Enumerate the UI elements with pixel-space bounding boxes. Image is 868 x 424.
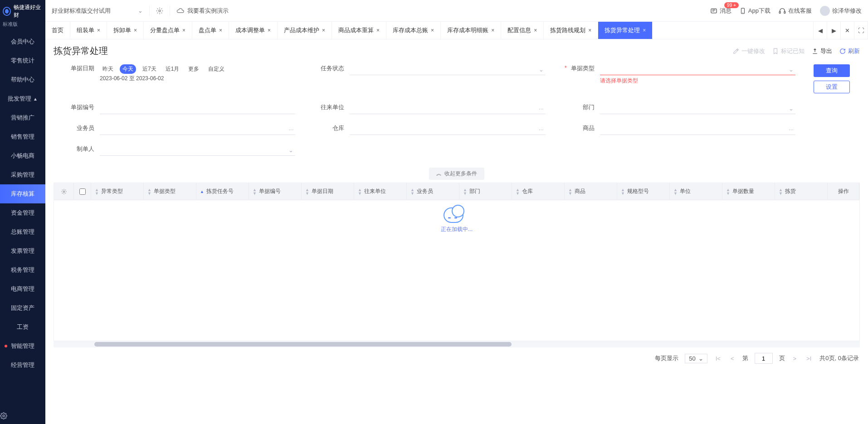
tab[interactable]: 拣货路线规划× xyxy=(544,22,598,39)
last-page-button[interactable]: >I xyxy=(805,355,813,362)
date-chip[interactable]: 自定义 xyxy=(205,64,227,74)
table-header[interactable]: ▲▼拣货 xyxy=(775,183,828,200)
tabs-close-all[interactable]: ✕ xyxy=(841,22,854,39)
creator-select[interactable]: ⌄ xyxy=(100,145,295,156)
close-icon[interactable]: × xyxy=(268,27,271,34)
partner-input[interactable]: ··· xyxy=(350,103,545,114)
support-link[interactable]: 在线客服 xyxy=(779,7,812,15)
tab[interactable]: 拆卸单× xyxy=(107,22,144,39)
user-menu[interactable]: 徐泽华修改 xyxy=(820,6,862,16)
goods-input[interactable]: ··· xyxy=(600,124,795,135)
table-header[interactable]: ▲▼单据日期 xyxy=(302,183,354,200)
tab[interactable]: 首页 xyxy=(45,22,70,39)
tab[interactable]: 配置信息× xyxy=(501,22,544,39)
prev-page-button[interactable]: < xyxy=(729,355,736,362)
date-chip[interactable]: 昨天 xyxy=(100,64,116,74)
sidebar-settings[interactable] xyxy=(0,408,45,424)
table-header[interactable]: ▲▼单据编号 xyxy=(249,183,302,200)
tab[interactable]: 成本调整单× xyxy=(229,22,278,39)
sidebar-item[interactable]: 发票管理 xyxy=(0,241,45,260)
tab[interactable]: 库存成本总账× xyxy=(386,22,441,39)
first-page-button[interactable]: I< xyxy=(714,355,722,362)
warehouse-input[interactable]: ··· xyxy=(350,124,545,135)
sidebar-item[interactable]: 帮助中心 xyxy=(0,70,45,89)
demo-link[interactable]: 我要看实例演示 xyxy=(176,7,229,15)
table-header[interactable]: ▲▼单位 xyxy=(670,183,722,200)
settings-icon[interactable] xyxy=(156,7,163,14)
settings-button[interactable]: 设置 xyxy=(814,81,850,93)
page-size-select[interactable]: 50 ⌄ xyxy=(685,354,707,363)
date-chip[interactable]: 近7天 xyxy=(140,64,159,74)
close-icon[interactable]: × xyxy=(534,27,537,34)
sidebar-item[interactable]: 销售管理 xyxy=(0,127,45,146)
collapse-filters-button[interactable]: ︽ 收起更多条件 xyxy=(429,168,484,180)
close-icon[interactable]: × xyxy=(97,27,100,34)
ellipsis-icon[interactable]: ··· xyxy=(537,126,546,133)
close-icon[interactable]: × xyxy=(376,27,380,34)
sidebar-item[interactable]: 总账管理 xyxy=(0,222,45,241)
tab[interactable]: 拣货异常处理× xyxy=(598,22,653,39)
close-icon[interactable]: × xyxy=(431,27,434,34)
close-icon[interactable]: × xyxy=(588,27,591,34)
messages-link[interactable]: 消息 99 + xyxy=(710,7,731,15)
close-icon[interactable]: × xyxy=(134,27,137,34)
sidebar-item[interactable]: 智能管理 xyxy=(0,337,45,356)
close-icon[interactable]: × xyxy=(219,27,222,34)
table-settings-button[interactable] xyxy=(54,183,74,200)
date-chip[interactable]: 更多 xyxy=(185,64,202,74)
table-header[interactable]: ▲▼部门 xyxy=(459,183,512,200)
refresh-button[interactable]: 刷新 xyxy=(839,47,860,55)
table-header[interactable]: ▲▼规格型号 xyxy=(617,183,670,200)
close-icon[interactable]: × xyxy=(182,27,185,34)
tabs-scroll-left[interactable]: ◀ xyxy=(814,22,827,39)
product-switcher[interactable]: 好业财标准版交付试用 ⌄ xyxy=(52,7,143,15)
close-icon[interactable]: × xyxy=(491,27,494,34)
export-button[interactable]: 导出 xyxy=(812,47,832,55)
select-all-checkbox[interactable] xyxy=(74,183,91,200)
sidebar-item[interactable]: 批发管理▲ xyxy=(0,89,45,108)
page-number-input[interactable] xyxy=(755,353,773,364)
task-status-select[interactable]: ⌄ xyxy=(350,64,545,75)
horizontal-scrollbar[interactable] xyxy=(54,341,860,347)
tab[interactable]: 产品成本维护× xyxy=(278,22,332,39)
ellipsis-icon[interactable]: ··· xyxy=(787,126,795,133)
bill-no-input[interactable] xyxy=(100,103,295,114)
ellipsis-icon[interactable]: ··· xyxy=(537,105,546,112)
tab[interactable]: 分量盘点单× xyxy=(144,22,192,39)
close-icon[interactable]: × xyxy=(322,27,325,34)
sidebar-item[interactable]: 经营管理 xyxy=(0,356,45,375)
table-header[interactable]: ▲▼异常类型 xyxy=(91,183,144,200)
sidebar-item[interactable]: 营销推广 xyxy=(0,108,45,127)
sidebar-item[interactable]: 资金管理 xyxy=(0,203,45,222)
dept-select[interactable]: ⌄ xyxy=(600,103,795,114)
table-header[interactable]: ▲▼往来单位 xyxy=(354,183,407,200)
tab[interactable]: 商品成本重算× xyxy=(332,22,386,39)
search-button[interactable]: 查询 xyxy=(814,64,850,77)
bill-type-select[interactable]: ⌄ xyxy=(600,64,795,75)
table-header[interactable]: ▲拣货任务号 xyxy=(196,183,249,200)
scrollbar-thumb[interactable] xyxy=(94,342,512,347)
fullscreen-button[interactable]: ⛶ xyxy=(854,22,868,39)
app-download-link[interactable]: App下载 xyxy=(740,7,770,15)
sidebar-item[interactable]: 工资 xyxy=(0,318,45,337)
table-header[interactable]: ▲▼单据数量 xyxy=(722,183,775,200)
table-header[interactable]: ▲▼业务员 xyxy=(407,183,459,200)
sidebar-item[interactable]: 电商管理 xyxy=(0,279,45,299)
next-page-button[interactable]: > xyxy=(791,355,799,362)
close-icon[interactable]: × xyxy=(643,27,646,34)
sidebar-item[interactable]: 税务管理 xyxy=(0,260,45,279)
table-header[interactable]: ▲▼单据类型 xyxy=(144,183,196,200)
tab[interactable]: 库存成本明细账× xyxy=(441,22,501,39)
date-chip[interactable]: 近1月 xyxy=(163,64,182,74)
sidebar-item[interactable]: 库存核算 xyxy=(0,184,45,203)
table-header[interactable]: ▲▼仓库 xyxy=(512,183,565,200)
sidebar-item[interactable]: 零售统计 xyxy=(0,51,45,70)
ellipsis-icon[interactable]: ··· xyxy=(287,126,295,133)
sidebar-item[interactable]: 小畅电商 xyxy=(0,146,45,165)
tab[interactable]: 组装单× xyxy=(70,22,107,39)
tabs-scroll-right[interactable]: ▶ xyxy=(827,22,841,39)
table-header[interactable]: ▲▼商品 xyxy=(565,183,617,200)
sidebar-item[interactable]: 采购管理 xyxy=(0,165,45,184)
sales-input[interactable]: ··· xyxy=(100,124,295,135)
sidebar-item[interactable]: 固定资产 xyxy=(0,299,45,318)
